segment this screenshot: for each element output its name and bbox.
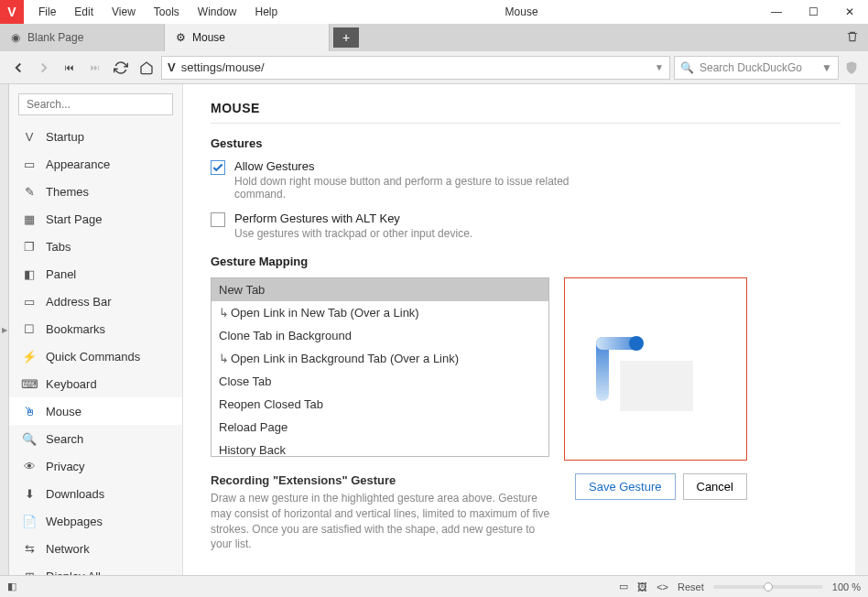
sidebar-item-label: Startup xyxy=(46,130,84,144)
url-field[interactable]: V settings/mouse/ ▼ xyxy=(161,56,670,80)
save-gesture-button[interactable]: Save Gesture xyxy=(575,473,676,500)
vivaldi-icon: V xyxy=(168,60,176,74)
url-text: settings/mouse/ xyxy=(181,60,265,74)
brush-icon: ✎ xyxy=(22,184,37,199)
mapping-row: New Tab ↳Open Link in New Tab (Over a Li… xyxy=(211,277,841,461)
sidebar-item-bookmarks[interactable]: ☐Bookmarks xyxy=(9,315,182,342)
list-item[interactable]: ↳Open Link in Background Tab (Over a Lin… xyxy=(212,347,548,370)
minimize-button[interactable]: — xyxy=(758,0,795,24)
sidebar-item-search[interactable]: 🔍Search xyxy=(9,425,182,452)
network-icon: ⇆ xyxy=(22,541,37,556)
sidebar-item-label: Display All xyxy=(46,570,101,576)
search-placeholder: Search DuckDuckGo xyxy=(700,61,802,74)
sidebar-item-webpages[interactable]: 📄Webpages xyxy=(9,507,182,535)
list-item-label: Clone Tab in Background xyxy=(219,329,352,342)
sidebar-item-downloads[interactable]: ⬇Downloads xyxy=(9,480,182,507)
addressbar-icon: ▭ xyxy=(22,294,37,309)
content-scrollbar[interactable] xyxy=(855,84,868,575)
new-tab-button[interactable]: + xyxy=(333,27,359,48)
tab-label: Mouse xyxy=(192,31,225,44)
sidebar-item-label: Quick Commands xyxy=(46,350,140,364)
panel-strip[interactable]: ▶ xyxy=(0,84,9,575)
cancel-button[interactable]: Cancel xyxy=(683,473,747,500)
list-item[interactable]: Reload Page xyxy=(212,416,548,439)
tile-icon[interactable]: ▭ xyxy=(619,581,628,592)
list-item-label: Open Link in New Tab (Over a Link) xyxy=(231,306,419,320)
nested-arrow-icon: ↳ xyxy=(219,306,229,320)
menu-help[interactable]: Help xyxy=(248,2,286,22)
code-icon[interactable]: <> xyxy=(656,581,668,592)
trash-icon[interactable] xyxy=(846,30,859,46)
close-button[interactable]: ✕ xyxy=(831,0,868,24)
rewind-button[interactable]: ⏮ xyxy=(59,57,81,79)
tab-mouse[interactable]: ⚙ Mouse xyxy=(165,24,330,51)
list-item[interactable]: New Tab xyxy=(212,278,548,301)
ublock-icon[interactable] xyxy=(842,59,861,77)
sidebar-item-mouse[interactable]: 🖱Mouse xyxy=(9,397,182,425)
list-item[interactable]: ↳Open Link in New Tab (Over a Link) xyxy=(212,301,548,324)
sidebar-item-quickcommands[interactable]: ⚡Quick Commands xyxy=(9,342,182,370)
recording-text: Recording "Extensions" Gesture Draw a ne… xyxy=(211,473,559,552)
chevron-down-icon[interactable]: ▼ xyxy=(821,61,832,74)
sidebar-item-network[interactable]: ⇆Network xyxy=(9,535,182,562)
gestures-heading: Gestures xyxy=(211,136,841,150)
list-item-label: Open Link in Background Tab (Over a Link… xyxy=(231,352,459,365)
alt-gestures-checkbox[interactable] xyxy=(211,212,225,227)
tab-blank-page[interactable]: ◉ Blank Page xyxy=(0,24,165,51)
menu-tools[interactable]: Tools xyxy=(146,2,187,22)
allow-gestures-desc: Hold down right mouse button and perform… xyxy=(234,175,601,201)
forward-button[interactable] xyxy=(33,57,55,79)
main-area: ▶ VStartup ▭Appearance ✎Themes ▦Start Pa… xyxy=(0,84,868,575)
sidebar-item-privacy[interactable]: 👁Privacy xyxy=(9,452,182,480)
gesture-mapping-list[interactable]: New Tab ↳Open Link in New Tab (Over a Li… xyxy=(211,277,549,457)
menu-view[interactable]: View xyxy=(104,2,143,22)
sidebar-item-displayall[interactable]: ⊞Display All xyxy=(9,562,182,575)
menu-window[interactable]: Window xyxy=(190,2,244,22)
list-item[interactable]: Reopen Closed Tab xyxy=(212,393,548,416)
sidebar-item-addressbar[interactable]: ▭Address Bar xyxy=(9,288,182,315)
sidebar-item-label: Webpages xyxy=(46,515,103,528)
panel-toggle-icon[interactable]: ◧ xyxy=(7,581,16,592)
vivaldi-logo[interactable]: V xyxy=(0,0,24,24)
menu-edit[interactable]: Edit xyxy=(67,2,101,22)
sidebar-item-label: Privacy xyxy=(46,460,85,473)
sidebar-item-startpage[interactable]: ▦Start Page xyxy=(9,205,182,233)
search-engine-icon: 🔍 xyxy=(680,61,694,74)
maximize-button[interactable]: ☐ xyxy=(795,0,831,24)
sidebar-item-panel[interactable]: ◧Panel xyxy=(9,260,182,288)
list-item-label: Close Tab xyxy=(219,374,272,388)
fastforward-button[interactable]: ⏭ xyxy=(84,57,106,79)
allow-gestures-checkbox[interactable] xyxy=(211,160,225,175)
svg-rect-3 xyxy=(620,361,693,411)
zoom-reset[interactable]: Reset xyxy=(678,581,704,592)
search-field[interactable]: 🔍 Search DuckDuckGo ▼ xyxy=(674,56,839,80)
zoom-thumb[interactable] xyxy=(764,582,773,592)
document-icon: 📄 xyxy=(22,514,37,528)
back-button[interactable] xyxy=(7,57,29,79)
sidebar-item-keyboard[interactable]: ⌨Keyboard xyxy=(9,370,182,397)
menu-file[interactable]: File xyxy=(31,2,63,22)
lightning-icon: ⚡ xyxy=(22,349,37,364)
sidebar-item-themes[interactable]: ✎Themes xyxy=(9,178,182,205)
list-item[interactable]: History Back xyxy=(212,439,548,457)
chevron-down-icon[interactable]: ▼ xyxy=(655,62,664,72)
sidebar-item-appearance[interactable]: ▭Appearance xyxy=(9,150,182,178)
window-controls: — ☐ ✕ xyxy=(758,0,868,24)
menu-bar: File Edit View Tools Window Help xyxy=(24,2,285,22)
list-item[interactable]: Clone Tab in Background xyxy=(212,324,548,347)
recording-desc: Draw a new gesture in the highlighted ge… xyxy=(211,491,559,552)
list-item-label: History Back xyxy=(219,443,286,457)
option-alt-gestures: Perform Gestures with ALT Key Use gestur… xyxy=(211,212,841,240)
list-item[interactable]: Close Tab xyxy=(212,370,548,393)
mapping-heading: Gesture Mapping xyxy=(211,255,841,268)
reload-button[interactable] xyxy=(110,57,132,79)
sidebar-item-label: Tabs xyxy=(46,240,71,254)
sidebar-search-input[interactable] xyxy=(18,93,173,115)
image-icon[interactable]: 🖼 xyxy=(637,581,647,592)
gesture-draw-area[interactable] xyxy=(564,277,747,461)
zoom-slider[interactable] xyxy=(713,585,823,589)
home-button[interactable] xyxy=(136,57,157,79)
sidebar-item-label: Panel xyxy=(46,267,76,281)
sidebar-item-tabs[interactable]: ❐Tabs xyxy=(9,233,182,260)
sidebar-item-startup[interactable]: VStartup xyxy=(9,123,182,150)
